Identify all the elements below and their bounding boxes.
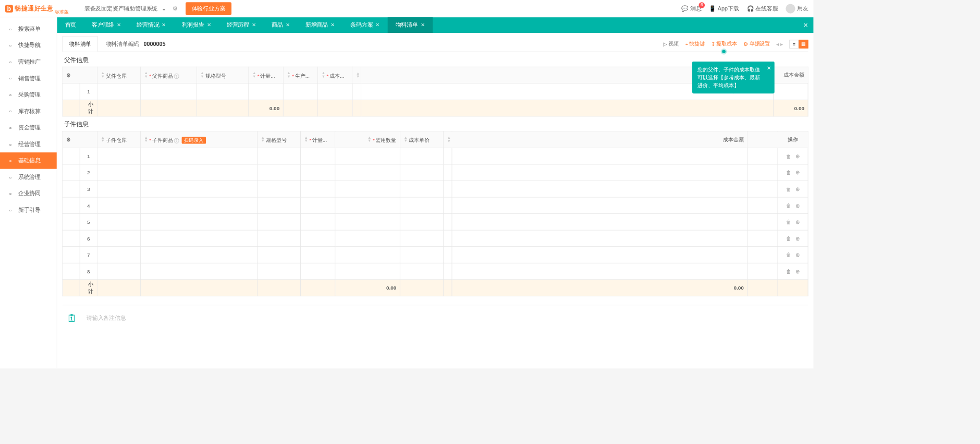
sidebar-item-coin[interactable]: ▫资金管理 (0, 119, 57, 136)
row-add-icon[interactable]: ⊕ (795, 235, 800, 242)
view-list-button[interactable]: ≡ (789, 40, 799, 49)
view-form-button[interactable]: ▦ (799, 40, 808, 49)
chart-icon: ▫ (7, 141, 14, 148)
logo-icon: b (5, 5, 13, 13)
row-add-icon[interactable]: ⊕ (795, 153, 800, 159)
close-all-tabs-button[interactable]: ✕ (798, 22, 813, 28)
messages-button[interactable]: 💬 消息 6 (681, 5, 701, 13)
tip-close-button[interactable]: ✕ (767, 64, 771, 72)
bolt-icon: ⌁ (685, 41, 688, 47)
child-col-op: 操作 (778, 131, 808, 148)
sidebar-item-house[interactable]: ▫库存核算 (0, 103, 57, 120)
grid-icon: ▫ (7, 157, 14, 164)
tab-经营历程[interactable]: 经营历程✕ (219, 17, 264, 33)
child-col-3[interactable]: ▲▼*计量... (300, 131, 335, 148)
tab-商品[interactable]: 商品✕ (264, 17, 298, 33)
brand-name: 畅捷通好生意 (15, 4, 54, 13)
parent-col-4[interactable]: ▲▼*生产... (283, 67, 317, 83)
notes-input[interactable]: 请输入备注信息 (87, 315, 126, 322)
tab-客户联络[interactable]: 客户联络✕ (84, 17, 129, 33)
child-col-4[interactable]: ▲▼*需用数量 (335, 131, 400, 148)
next-arrow-icon[interactable]: ▸ (780, 41, 783, 47)
tab-条码方案[interactable]: 条码方案✕ (342, 17, 387, 33)
sidebar-item-gift[interactable]: ▫营销推广 (0, 54, 57, 70)
system-dropdown[interactable]: 装备及固定资产辅助管理系统 ⌄ (84, 5, 167, 13)
row-add-icon[interactable]: ⊕ (795, 170, 800, 176)
sidebar-item-chart[interactable]: ▫经营管理 (0, 136, 57, 153)
tab-经营情况[interactable]: 经营情况✕ (129, 17, 174, 33)
parent-col-1[interactable]: ▲▼*父件商品? (140, 67, 197, 83)
sidebar-item-cog[interactable]: ▫系统管理 (0, 169, 57, 186)
tool-hotkey[interactable]: ⌁快捷键 (685, 40, 705, 47)
child-row-idx: 4 (80, 197, 97, 214)
tab-物料清单[interactable]: 物料清单✕ (388, 17, 433, 33)
row-delete-icon[interactable]: 🗑 (786, 268, 791, 274)
sidebar-item-cart[interactable]: ▫采购管理 (0, 87, 57, 103)
tool-form-settings[interactable]: ⚙单据设置 (743, 40, 770, 47)
tool-video[interactable]: ▷视频 (663, 40, 679, 47)
row-delete-icon[interactable]: 🗑 (786, 219, 791, 225)
row-delete-icon[interactable]: 🗑 (786, 170, 791, 176)
calendar-icon[interactable]: 🗓 (67, 312, 79, 324)
cart-icon: ▫ (7, 91, 14, 98)
tab-close-icon[interactable]: ✕ (162, 22, 166, 28)
row-delete-icon[interactable]: 🗑 (786, 186, 791, 192)
scan-button[interactable]: 扫码录入 (181, 137, 205, 143)
tab-close-icon[interactable]: ✕ (207, 22, 211, 28)
search-icon: ▫ (7, 26, 14, 32)
sidebar-item-box[interactable]: ▫销售管理 (0, 70, 57, 87)
building-icon: ▫ (7, 190, 14, 197)
parent-col-2[interactable]: ▲▼规格型号 (197, 67, 249, 83)
tab-新增商品[interactable]: 新增商品✕ (298, 17, 342, 33)
child-col-1[interactable]: ▲▼*子件商品?扫码录入 (140, 131, 257, 148)
row-delete-icon[interactable]: 🗑 (786, 252, 791, 258)
tool-extract-cost[interactable]: ↧提取成本 (711, 40, 738, 47)
tab-close-icon[interactable]: ✕ (117, 22, 121, 28)
row-add-icon[interactable]: ⊕ (795, 186, 800, 192)
row-add-icon[interactable]: ⊕ (795, 252, 800, 258)
row-delete-icon[interactable]: 🗑 (786, 202, 791, 209)
parent-gear[interactable]: ⚙ (63, 67, 80, 83)
parent-col-3[interactable]: ▲▼*计量... (249, 67, 283, 83)
child-col-2[interactable]: ▲▼规格型号 (257, 131, 300, 148)
sidebar-item-compass[interactable]: ▫快捷导航 (0, 37, 57, 54)
prev-arrow-icon[interactable]: ◂ (776, 41, 779, 47)
tab-close-icon[interactable]: ✕ (375, 22, 379, 28)
notes-bar: 🗓 请输入备注信息 (63, 305, 808, 331)
row-add-icon[interactable]: ⊕ (795, 268, 800, 274)
gift-icon: ▫ (7, 58, 14, 65)
support-button[interactable]: 🎧 在线客服 (747, 5, 778, 13)
child-col-0[interactable]: ▲▼子件仓库 (97, 131, 140, 148)
row-delete-icon[interactable]: 🗑 (786, 235, 791, 242)
sidebar-item-search[interactable]: ▫搜索菜单 (0, 21, 57, 38)
tab-close-icon[interactable]: ✕ (330, 22, 335, 28)
child-gear[interactable]: ⚙ (63, 131, 80, 148)
tab-close-icon[interactable]: ✕ (421, 22, 425, 28)
sidebar-item-book[interactable]: ▫新手引导 (0, 202, 57, 219)
sidebar-item-grid[interactable]: ▫基础信息 (0, 152, 57, 169)
book-icon: ▫ (7, 207, 14, 213)
row-delete-icon[interactable]: 🗑 (786, 153, 791, 159)
parent-col-5[interactable]: ▲▼*成本... (318, 67, 352, 83)
tab-close-icon[interactable]: ✕ (286, 22, 290, 28)
tab-利润报告[interactable]: 利润报告✕ (174, 17, 219, 33)
settings-icon[interactable]: ⚙ (173, 5, 178, 11)
tab-close-icon[interactable]: ✕ (252, 22, 256, 28)
house-icon: ▫ (7, 108, 14, 115)
child-row-idx: 1 (80, 148, 97, 164)
avatar (786, 4, 795, 13)
app-download-button[interactable]: 📱 App下载 (709, 5, 739, 13)
row-add-icon[interactable]: ⊕ (795, 202, 800, 209)
tab-首页[interactable]: 首页 (57, 17, 84, 33)
parent-col-0[interactable]: ▲▼父件仓库 (97, 67, 140, 83)
download-icon: ↧ (711, 41, 715, 47)
row-add-icon[interactable]: ⊕ (795, 219, 800, 225)
page-tab[interactable]: 物料清单 (63, 37, 98, 52)
child-col-5[interactable]: ▲▼成本单价 (400, 131, 443, 148)
chevron-down-icon: ⌄ (162, 5, 166, 11)
user-menu[interactable]: 用友 (786, 4, 808, 13)
child-row-idx: 3 (80, 181, 97, 198)
parent-row-idx: 1 (80, 83, 97, 100)
sidebar-item-building[interactable]: ▫企业协同 (0, 185, 57, 202)
industry-cta-button[interactable]: 体验行业方案 (186, 2, 231, 15)
